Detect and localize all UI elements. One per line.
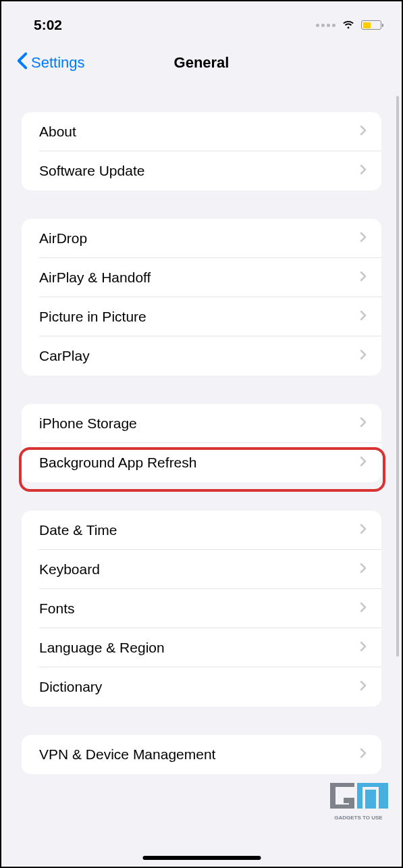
- chevron-right-icon: [360, 456, 367, 469]
- chevron-right-icon: [360, 164, 367, 178]
- settings-section: VPN & Device Management: [22, 735, 381, 774]
- back-label: Settings: [31, 54, 85, 72]
- row-label: Language & Region: [39, 640, 165, 656]
- row-label: Background App Refresh: [39, 455, 196, 471]
- row-label: Date & Time: [39, 522, 117, 538]
- row-label: VPN & Device Management: [39, 746, 215, 763]
- home-indicator[interactable]: [142, 856, 261, 860]
- row-label: Software Update: [39, 163, 144, 179]
- chevron-right-icon: [360, 680, 367, 694]
- chevron-right-icon: [360, 125, 367, 138]
- settings-row-fonts[interactable]: Fonts: [22, 589, 381, 628]
- row-label: AirDrop: [39, 230, 87, 247]
- cell-signal-icon: [316, 24, 335, 27]
- settings-section: AirDrop AirPlay & Handoff Picture in Pic…: [22, 219, 381, 376]
- chevron-right-icon: [360, 417, 367, 430]
- wifi-icon: [341, 16, 356, 34]
- settings-row-airdrop[interactable]: AirDrop: [22, 219, 381, 258]
- settings-row-about[interactable]: About: [22, 112, 381, 151]
- settings-row-keyboard[interactable]: Keyboard: [22, 550, 381, 589]
- chevron-right-icon: [360, 349, 367, 363]
- settings-row-dictionary[interactable]: Dictionary: [22, 667, 381, 707]
- settings-row-background-app-refresh[interactable]: Background App Refresh: [22, 443, 381, 482]
- settings-row-iphone-storage[interactable]: iPhone Storage: [22, 404, 381, 443]
- status-icons: [316, 16, 381, 34]
- chevron-right-icon: [360, 310, 367, 324]
- row-label: iPhone Storage: [39, 415, 137, 432]
- row-label: CarPlay: [39, 348, 90, 364]
- chevron-right-icon: [360, 602, 367, 615]
- status-bar: 5:02: [1, 1, 402, 42]
- settings-section: About Software Update: [22, 112, 381, 190]
- settings-row-software-update[interactable]: Software Update: [22, 151, 381, 190]
- row-label: Fonts: [39, 601, 75, 617]
- settings-row-airplay-handoff[interactable]: AirPlay & Handoff: [22, 258, 381, 297]
- watermark-logo: GADGETS TO USE: [325, 777, 392, 826]
- settings-row-vpn-device-management[interactable]: VPN & Device Management: [22, 735, 381, 774]
- chevron-right-icon: [360, 271, 367, 284]
- row-label: Picture in Picture: [39, 309, 146, 325]
- row-label: Dictionary: [39, 679, 102, 695]
- row-label: AirPlay & Handoff: [39, 270, 151, 286]
- settings-section: iPhone Storage Background App Refresh: [22, 404, 381, 482]
- row-label: Keyboard: [39, 561, 100, 578]
- chevron-right-icon: [360, 524, 367, 537]
- settings-row-language-region[interactable]: Language & Region: [22, 628, 381, 667]
- settings-section: Date & Time Keyboard Fonts Language & Re…: [22, 511, 381, 707]
- chevron-left-icon: [16, 52, 28, 74]
- chevron-right-icon: [360, 232, 367, 245]
- chevron-right-icon: [360, 748, 367, 761]
- settings-content: About Software Update AirDrop AirPlay & …: [1, 112, 402, 774]
- settings-row-picture-in-picture[interactable]: Picture in Picture: [22, 297, 381, 336]
- battery-icon: [361, 20, 381, 30]
- status-time: 5:02: [34, 17, 62, 33]
- chevron-right-icon: [360, 641, 367, 655]
- scrollbar[interactable]: [396, 96, 399, 657]
- svg-rect-0: [365, 790, 376, 809]
- chevron-right-icon: [360, 563, 367, 576]
- settings-row-carplay[interactable]: CarPlay: [22, 336, 381, 376]
- settings-row-date-time[interactable]: Date & Time: [22, 511, 381, 550]
- svg-text:GADGETS TO USE: GADGETS TO USE: [334, 815, 383, 821]
- row-label: About: [39, 124, 76, 140]
- nav-header: Settings General: [1, 42, 402, 88]
- back-button[interactable]: Settings: [16, 52, 85, 74]
